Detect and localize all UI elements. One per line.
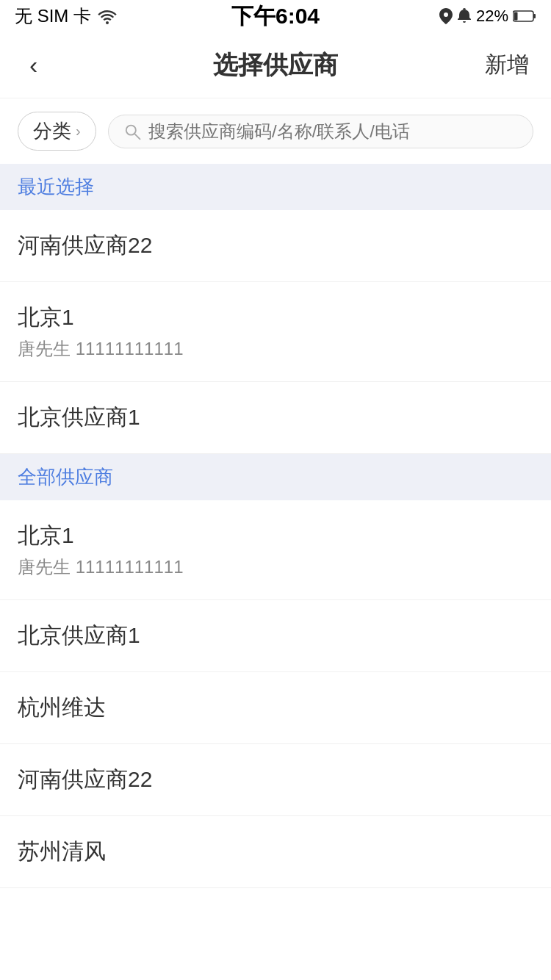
recent-list-item[interactable]: 河南供应商22 xyxy=(0,210,551,282)
carrier-text: 无 SIM 卡 xyxy=(15,4,91,28)
recent-section-label: 最近选择 xyxy=(18,176,94,198)
item-name: 北京1 xyxy=(18,303,533,333)
back-button[interactable]: ‹ xyxy=(22,43,45,87)
page-title: 选择供应商 xyxy=(213,48,338,82)
item-name: 北京供应商1 xyxy=(18,403,533,433)
category-label: 分类 xyxy=(33,118,71,144)
all-list-item[interactable]: 杭州维达 xyxy=(0,672,551,744)
all-list-item[interactable]: 河南供应商22 xyxy=(0,744,551,816)
battery-text: 22% xyxy=(476,7,508,26)
svg-rect-2 xyxy=(514,12,518,21)
item-name: 苏州清风 xyxy=(18,837,533,867)
item-name: 河南供应商22 xyxy=(18,765,533,795)
status-left: 无 SIM 卡 xyxy=(15,4,118,28)
svg-rect-1 xyxy=(533,14,536,18)
all-section-header: 全部供应商 xyxy=(0,454,551,500)
category-button[interactable]: 分类 › xyxy=(18,112,96,151)
all-list-item[interactable]: 北京1唐先生 11111111111 xyxy=(0,500,551,600)
status-bar: 无 SIM 卡 下午6:04 22% xyxy=(0,0,551,32)
item-name: 北京供应商1 xyxy=(18,621,533,651)
all-section-label: 全部供应商 xyxy=(18,466,113,488)
location-icon xyxy=(439,8,453,24)
item-sub: 唐先生 11111111111 xyxy=(18,555,533,579)
chevron-right-icon: › xyxy=(76,123,81,140)
all-list: 北京1唐先生 11111111111北京供应商1杭州维达河南供应商22苏州清风 xyxy=(0,500,551,888)
recent-list-item[interactable]: 北京1唐先生 11111111111 xyxy=(0,282,551,382)
search-box[interactable] xyxy=(108,115,533,148)
recent-section-header: 最近选择 xyxy=(0,164,551,210)
filter-bar: 分类 › xyxy=(0,98,551,164)
battery-icon xyxy=(513,10,536,23)
recent-list: 河南供应商22北京1唐先生 11111111111北京供应商1 xyxy=(0,210,551,454)
item-name: 北京1 xyxy=(18,521,533,551)
status-time: 下午6:04 xyxy=(231,1,320,32)
recent-list-item[interactable]: 北京供应商1 xyxy=(0,382,551,454)
add-button[interactable]: 新增 xyxy=(485,50,529,80)
search-input[interactable] xyxy=(148,121,518,142)
status-right: 22% xyxy=(439,7,536,26)
search-icon xyxy=(123,122,141,141)
item-sub: 唐先生 11111111111 xyxy=(18,337,533,361)
all-list-item[interactable]: 苏州清风 xyxy=(0,816,551,888)
alarm-icon xyxy=(457,8,472,24)
item-name: 河南供应商22 xyxy=(18,231,533,261)
svg-line-4 xyxy=(134,133,140,138)
nav-bar: ‹ 选择供应商 新增 xyxy=(0,32,551,98)
all-list-item[interactable]: 北京供应商1 xyxy=(0,600,551,672)
item-name: 杭州维达 xyxy=(18,693,533,723)
wifi-icon xyxy=(97,8,118,24)
